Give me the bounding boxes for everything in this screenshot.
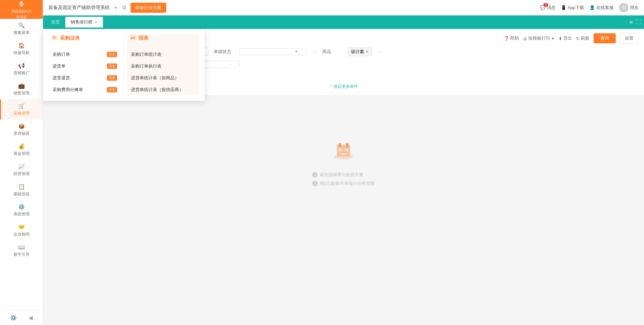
dropdown-item-stock-stats-supplier[interactable]: 进货单统计表（按供应商） <box>130 84 197 95</box>
sidebar-item-operations[interactable]: 📈 经营管理 <box>0 160 43 180</box>
product-label: 商品 <box>322 49 343 55</box>
stock-return-history-badge: 历史 <box>107 75 117 81</box>
inventory-icon: 📦 <box>18 123 25 129</box>
purchase-icon: 🛒 <box>18 103 25 109</box>
collapse-sidebar-icon[interactable]: ◀ <box>29 315 33 321</box>
sidebar-item-sales[interactable]: 💼 销售管理 <box>0 79 43 99</box>
system-title: 装备及固定资产辅助管理系统 <box>48 5 110 11</box>
dropdown-item-stock-in[interactable]: 进货单 历史 <box>51 60 118 72</box>
print-action[interactable]: 🖨 按模板打印 ▼ <box>523 35 554 41</box>
report-section-icon <box>130 34 136 42</box>
sidebar: 6 畅捷通好生意 标准版 🔍 搜索菜单 🏠 快捷导航 📢 营销推广 💼 销售管理… <box>0 0 43 325</box>
avatar: 友 <box>619 3 629 12</box>
report-section: 报表 采购订单统计表 采购订单执行表 进货单统计表（按商品） 进货单统计表（按供… <box>127 34 200 95</box>
empty-state: 1 请先选择要分析的方案 2 用[过滤]条件来缩小分析范围 <box>43 96 644 230</box>
sidebar-item-purchase[interactable]: 🛒 采购管理 <box>0 99 43 120</box>
cooperation-icon: 🤝 <box>18 224 25 230</box>
system-icon: ⚙️ <box>18 204 25 210</box>
tab-home-label: 首页 <box>51 19 60 25</box>
guide-icon: 📖 <box>18 244 25 250</box>
app-download-action[interactable]: 📱 App下载 <box>561 5 584 11</box>
sidebar-item-basics[interactable]: 📋 基础信息 <box>0 180 43 200</box>
sidebar-label-system: 系统管理 <box>13 211 30 217</box>
doc-status-select[interactable]: ▼ <box>239 48 307 55</box>
dropdown-item-purchase-order-stats[interactable]: 采购订单统计表 <box>130 49 197 60</box>
sidebar-item-marketing[interactable]: 📢 营销推广 <box>0 59 43 79</box>
messages-badge-wrap: 💬 5 <box>540 5 545 10</box>
help-label: 帮助 <box>510 35 519 41</box>
print-dropdown-icon: ▼ <box>551 37 554 40</box>
app-download-label: App下载 <box>568 5 584 11</box>
industry-btn[interactable]: 体验行业方案 <box>131 3 166 13</box>
main-content: 装备及固定资产辅助管理系统 ▼ ⚙ 体验行业方案 💬 5 消息 📱 App下载 … <box>43 0 644 325</box>
topbar-dropdown-arrow[interactable]: ▼ <box>114 5 118 10</box>
dropdown-item-purchase-order[interactable]: 采购订单 历史 <box>51 49 118 60</box>
topbar-settings-icon[interactable]: ⚙ <box>122 4 127 11</box>
svg-rect-3 <box>346 143 349 147</box>
print-label: 按模板打印 <box>528 35 550 41</box>
collapse-label: 收起更多条件 <box>334 84 358 89</box>
empty-tips: 1 请先选择要分析的方案 2 用[过滤]条件来缩小分析范围 <box>312 170 374 188</box>
finance-icon: 💰 <box>18 143 25 150</box>
online-service-label: 在线客服 <box>596 5 614 11</box>
dropdown-item-purchase-order-label: 采购订单 <box>52 51 70 57</box>
user-label: 用友 <box>630 5 639 11</box>
stock-in-history-badge: 历史 <box>107 64 117 69</box>
sidebar-label-marketing: 营销推广 <box>13 70 30 76</box>
empty-tip-2: 2 用[过滤]条件来缩小分析范围 <box>312 179 374 188</box>
dropdown-item-purchase-order-stats-label: 采购订单统计表 <box>131 51 162 57</box>
export-action[interactable]: ⬇ 导出 <box>559 35 572 41</box>
refresh-icon: ↻ <box>576 36 580 41</box>
tab-sales-ranking-label: 销售排行榜 <box>71 19 93 25</box>
user-action[interactable]: 友 用友 <box>619 3 639 12</box>
dropdown-item-stock-stats-product[interactable]: 进货单统计表（按商品） <box>130 72 197 84</box>
dropdown-item-stock-stats-product-label: 进货单统计表（按商品） <box>131 75 179 81</box>
sidebar-label-basics: 基础信息 <box>13 191 30 197</box>
dropdown-item-purchase-expense[interactable]: 采购费用分摊单 历史 <box>51 84 118 95</box>
report-section-label: 报表 <box>138 35 148 41</box>
sidebar-item-search[interactable]: 🔍 搜索菜单 <box>0 19 43 39</box>
svg-rect-11 <box>132 37 133 39</box>
doc-status-label: 单据状态 <box>214 49 234 55</box>
help-action[interactable]: ❓ 帮助 <box>504 35 519 41</box>
collapse-button[interactable]: ⌃ 收起更多条件 <box>329 84 358 89</box>
tab-close-all-icon[interactable]: ✕ <box>629 19 633 26</box>
sidebar-label-cooperation: 企业协同 <box>13 232 30 237</box>
phone-icon: 📱 <box>561 5 566 10</box>
dropdown-item-purchase-expense-label: 采购费用分摊单 <box>52 87 83 93</box>
refresh-action[interactable]: ↻ 刷新 <box>576 35 589 41</box>
svg-rect-10 <box>131 38 132 39</box>
settings-button[interactable]: 设置 <box>620 33 639 44</box>
doc-status-more[interactable]: ··· <box>313 49 317 54</box>
sidebar-item-cooperation[interactable]: 🤝 企业协同 <box>0 220 43 241</box>
tab-fullscreen-icon[interactable]: ⛶ <box>636 19 641 25</box>
tab-sales-ranking[interactable]: 销售排行榜 ✕ <box>65 17 103 28</box>
product-tag: 设计素 ✕ <box>348 47 372 56</box>
query-button[interactable]: 查询 <box>594 33 616 43</box>
settings-bottom-icon[interactable]: ⚙️ <box>10 315 17 321</box>
service-icon: 👤 <box>589 5 595 10</box>
sidebar-label-purchase: 采购管理 <box>13 111 30 116</box>
tab-close-icon[interactable]: ✕ <box>95 20 98 25</box>
basics-icon: 📋 <box>18 184 25 190</box>
export-icon: ⬇ <box>559 36 562 41</box>
sidebar-label-sales: 销售管理 <box>13 90 30 96</box>
sidebar-item-system[interactable]: ⚙️ 系统管理 <box>0 200 43 220</box>
tip-text-1: 请先选择要分析的方案 <box>320 170 363 179</box>
product-tag-close[interactable]: ✕ <box>365 49 369 54</box>
purchase-expense-history-badge: 历史 <box>107 87 117 92</box>
sidebar-item-finance[interactable]: 💰 资金管理 <box>0 140 43 160</box>
empty-illustration <box>330 138 357 165</box>
sidebar-item-guide[interactable]: 📖 新手引导 <box>0 241 43 261</box>
sidebar-menu: 🔍 搜索菜单 🏠 快捷导航 📢 营销推广 💼 销售管理 🛒 采购管理 📦 库存核… <box>0 19 43 261</box>
online-service-action[interactable]: 👤 在线客服 <box>589 5 614 11</box>
sidebar-label-guide: 新手引导 <box>13 252 30 257</box>
messages-action[interactable]: 💬 5 消息 <box>540 5 556 11</box>
sidebar-item-inventory[interactable]: 📦 库存核算 <box>0 120 43 140</box>
tab-home[interactable]: 首页 <box>46 17 65 28</box>
filter-top-actions: ❓ 帮助 🖨 按模板打印 ▼ ⬇ 导出 ↻ 刷新 <box>504 33 639 44</box>
dropdown-item-stock-return[interactable]: 进货退货 历史 <box>51 72 118 84</box>
dropdown-item-purchase-order-exec[interactable]: 采购订单执行表 <box>130 60 197 72</box>
sidebar-item-shortcuts[interactable]: 🏠 快捷导航 <box>0 39 43 59</box>
product-more[interactable]: ··· <box>379 49 382 54</box>
